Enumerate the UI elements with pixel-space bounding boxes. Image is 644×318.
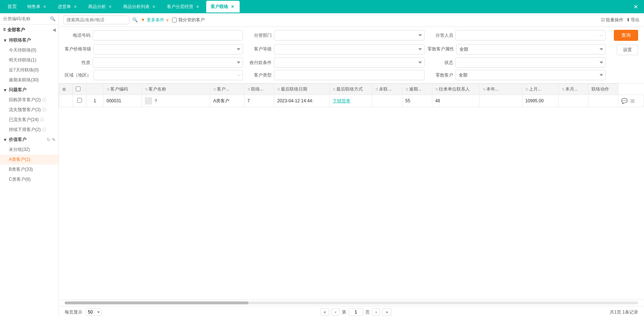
row-class: A类客户 bbox=[210, 95, 244, 107]
sidebar-item-b-class[interactable]: B类客户(33) bbox=[0, 165, 58, 174]
nav-tab-sales[interactable]: 销售单 ✕ bbox=[23, 1, 52, 13]
th-overdue: ⇅逾期... bbox=[402, 84, 432, 95]
sidebar-search-icon[interactable]: 🔍 bbox=[50, 16, 56, 21]
prev-page-button[interactable]: ‹ bbox=[332, 308, 340, 316]
th-this-month: ⇅本月... bbox=[558, 84, 588, 95]
filter-select-status[interactable] bbox=[455, 57, 606, 68]
gear-icon[interactable]: ⚙ bbox=[62, 87, 66, 92]
row-action: 💬 ⊞ bbox=[618, 95, 644, 107]
page-number-input[interactable] bbox=[348, 308, 363, 316]
sidebar-item-declining[interactable]: 持续下滑客户(2) ⓘ bbox=[0, 125, 58, 135]
table-header-row: ⚙ ⇅客户编码 ⇅客户名称 ⇅客户... bbox=[59, 84, 644, 95]
export-btn[interactable]: ⬆ 导出 bbox=[626, 17, 640, 23]
filter-field-region: 区域（地区） ··· bbox=[65, 70, 243, 80]
filter-field-dept: 分管部门 bbox=[246, 30, 424, 40]
batch-ops-btn[interactable]: ☑ 批量操作 bbox=[601, 17, 623, 23]
next-page-button[interactable]: › bbox=[372, 308, 380, 316]
more-action-icon[interactable]: ⊞ bbox=[630, 98, 635, 104]
chevron-down-icon-value: ▼ bbox=[3, 137, 7, 142]
nav-close-sales[interactable]: ✕ bbox=[42, 4, 47, 10]
scroll-thumb[interactable] bbox=[65, 301, 248, 304]
sidebar-group-pending[interactable]: ▼ 待联络客户 bbox=[0, 35, 58, 45]
sidebar-item-7days-label: 近7天待联络(0) bbox=[9, 67, 39, 73]
sidebar-item-c-class[interactable]: C类客户(6) bbox=[0, 174, 58, 184]
manager-more-icon[interactable]: ··· bbox=[597, 31, 605, 39]
row-unit-contact bbox=[479, 95, 522, 107]
filter-row-2: 客户价格等级 客户等级 零散客户属性 全部 设置 bbox=[65, 43, 638, 55]
edit-icon-value[interactable]: ✎ bbox=[52, 137, 56, 142]
row-code: 000031 bbox=[103, 95, 142, 107]
more-conditions-btn[interactable]: ▼ 更多条件 ∨ bbox=[141, 17, 169, 23]
main-search-input[interactable] bbox=[63, 15, 129, 24]
filter-row-4: 区域（地区） ··· 客户类型 零散客户 全部 bbox=[65, 70, 638, 80]
nav-tab-analysis[interactable]: 商品分析 ✕ bbox=[84, 1, 117, 13]
page-suffix: 页 bbox=[365, 309, 370, 315]
filter-field-price-level: 客户价格等级 bbox=[65, 44, 243, 54]
th-contact: ⇅联络... bbox=[244, 84, 274, 95]
filter-field-nature: 性质 bbox=[65, 57, 243, 68]
nav-tab-analysis-list[interactable]: 商品分析列表 ✕ bbox=[119, 1, 161, 13]
query-button[interactable]: 查询 bbox=[614, 30, 638, 41]
filter-select-nature[interactable] bbox=[93, 57, 243, 68]
sidebar-item-repurchase[interactable]: 回购异常客户(2) ⓘ bbox=[0, 95, 58, 105]
filter-label-phone: 电话号码 bbox=[65, 32, 90, 39]
filter-select-dept[interactable] bbox=[274, 30, 424, 40]
filter-select-customer-level[interactable] bbox=[274, 44, 424, 54]
filter-input-region[interactable] bbox=[94, 71, 235, 79]
filter-input-phone[interactable] bbox=[93, 30, 243, 40]
window-close-button[interactable]: ✕ bbox=[630, 2, 641, 12]
sidebar-search-input[interactable] bbox=[3, 16, 49, 21]
sidebar-collapse-icon[interactable]: ◀ bbox=[53, 28, 56, 32]
contact-action-icon[interactable]: 💬 bbox=[621, 98, 627, 104]
nav-close-customer-contact[interactable]: ✕ bbox=[230, 4, 235, 10]
my-customers-checkbox-label[interactable]: 我分管的客户 bbox=[172, 17, 205, 23]
sidebar-item-churned[interactable]: 已流失客户(24) ⓘ bbox=[0, 115, 58, 125]
nav-tab-purchase[interactable]: 进货单 ✕ bbox=[53, 1, 82, 13]
my-customers-checkbox[interactable] bbox=[172, 18, 177, 22]
nav-home[interactable]: 首页 bbox=[3, 2, 21, 11]
sidebar-all-customers[interactable]: ⠿ 全部客户 ◀ bbox=[0, 25, 58, 35]
filter-bar: 🔍 ▼ 更多条件 ∨ 我分管的客户 ☑ 批量操作 ⬆ 导出 bbox=[59, 13, 644, 27]
sidebar-item-churn-warn[interactable]: 流失预警客户(3) ⓘ bbox=[0, 105, 58, 115]
filter-select-price-level[interactable] bbox=[93, 44, 243, 54]
filter-select-retail-attr[interactable]: 全部 bbox=[456, 44, 606, 54]
row-this-year: 10995.00 bbox=[522, 95, 558, 107]
filter-select-payment[interactable] bbox=[274, 57, 424, 68]
data-table: ⚙ ⇅客户编码 ⇅客户名称 ⇅客户... bbox=[59, 84, 644, 107]
row-select-checkbox[interactable] bbox=[77, 98, 82, 103]
select-all-checkbox[interactable] bbox=[76, 86, 80, 91]
refresh-icon-value[interactable]: ↻ bbox=[47, 137, 50, 142]
page-size-select[interactable]: 20 50 100 bbox=[85, 308, 102, 316]
last-page-button[interactable]: » bbox=[382, 308, 391, 316]
sidebar-item-tomorrow[interactable]: 明天待联络(1) bbox=[0, 55, 58, 65]
nav-close-analysis-list[interactable]: ✕ bbox=[151, 4, 157, 10]
nav-close-analysis[interactable]: ✕ bbox=[107, 4, 113, 10]
sidebar-item-a-class[interactable]: A类客户(1) bbox=[0, 155, 58, 165]
nav-tab-customer-seg[interactable]: 客户分层经营 ✕ bbox=[162, 1, 205, 13]
row-overdue-days: 55 bbox=[402, 95, 432, 107]
th-checkbox bbox=[73, 84, 86, 95]
filter-label-manager: 分管人员 bbox=[427, 32, 453, 39]
filter-input-customer-type[interactable] bbox=[274, 70, 424, 80]
filter-input-manager[interactable] bbox=[456, 31, 597, 39]
nav-close-customer-seg[interactable]: ✕ bbox=[195, 4, 200, 10]
sidebar-item-7days[interactable]: 近7天待联络(0) bbox=[0, 65, 58, 75]
filter-select-retail-customer[interactable]: 全部 bbox=[455, 70, 606, 80]
sidebar-group-value[interactable]: ▼ 价值客户 ↻ ✎ bbox=[0, 135, 58, 145]
sidebar-item-unclassified[interactable]: 未分组(32) bbox=[0, 145, 58, 155]
region-more-icon[interactable]: ··· bbox=[235, 71, 243, 79]
page-size-selector: 每页显示 20 50 100 bbox=[65, 308, 102, 316]
first-page-button[interactable]: « bbox=[320, 308, 329, 316]
last-method-link[interactable]: 下销货单 bbox=[333, 98, 350, 103]
sidebar: 🔍 ⠿ 全部客户 ◀ ▼ 待联络客户 今天待联络(0) 明天待联络(1) 近7天… bbox=[0, 13, 59, 318]
sidebar-group-problem[interactable]: ▼ 问题客户 bbox=[0, 85, 58, 95]
th-num bbox=[86, 84, 103, 95]
settings-button[interactable]: 设置 bbox=[617, 45, 638, 55]
sidebar-item-today[interactable]: 今天待联络(0) bbox=[0, 45, 58, 55]
sidebar-item-overdue[interactable]: 逾期未联络(30) bbox=[0, 75, 58, 85]
sidebar-item-c-class-label: C类客户(6) bbox=[9, 176, 31, 183]
nav-tab-customer-contact[interactable]: 客户联络 ✕ bbox=[206, 1, 240, 13]
nav-close-purchase[interactable]: ✕ bbox=[72, 4, 78, 10]
main-search-icon[interactable]: 🔍 bbox=[132, 17, 138, 22]
horizontal-scrollbar[interactable] bbox=[59, 300, 644, 306]
